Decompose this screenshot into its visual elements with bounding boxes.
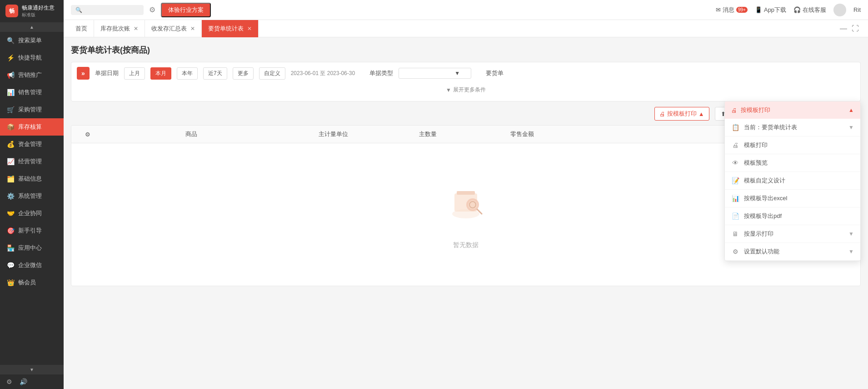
user-avatar[interactable] xyxy=(833,4,846,16)
sidebar-scroll-down[interactable]: ▼ xyxy=(0,365,64,374)
svg-rect-2 xyxy=(457,191,475,195)
expand-btn-label: 展开更多条件 xyxy=(453,86,486,94)
sidebar-item-wechat[interactable]: 💬 企业微信 xyxy=(0,257,64,274)
dropdown-item-template-pdf[interactable]: 📄 按模板导出pdf xyxy=(725,207,860,225)
empty-state-text: 暂无数据 xyxy=(453,241,479,249)
template-preview-icon: 👁 xyxy=(731,159,739,167)
close-inventory-batch-tab[interactable]: ✕ xyxy=(134,25,138,32)
sidebar-item-collab[interactable]: 🤝 企业协同 xyxy=(0,205,64,222)
system-icon: ⚙️ xyxy=(6,192,15,200)
minimize-icon[interactable]: — xyxy=(840,25,847,33)
expand-more-btn[interactable]: ▼ 展开更多条件 xyxy=(440,85,491,95)
tab-home[interactable]: 首页 xyxy=(69,20,94,37)
col-unit: 主计量单位 xyxy=(286,130,380,138)
print-template-button[interactable]: 🖨 按模板打印 ▲ xyxy=(654,107,709,121)
order-type-select[interactable]: ▼ xyxy=(399,68,471,79)
dropdown-chevron-icon[interactable]: ▲ xyxy=(848,107,854,113)
app-download-action[interactable]: 📱 App下载 xyxy=(755,6,786,14)
date-btn-last-month[interactable]: 上月 xyxy=(124,67,145,80)
sidebar-item-inventory[interactable]: 📦 库存核算 xyxy=(0,118,64,136)
order-type-label: 单据类型 xyxy=(369,69,393,77)
username: Rit xyxy=(853,6,861,13)
dropdown-title: 按模板打印 xyxy=(741,106,770,114)
close-receipts-summary-tab[interactable]: ✕ xyxy=(190,25,195,32)
dropdown-item-display-print[interactable]: 🖥 按显示打印 ▼ xyxy=(725,225,860,243)
filter-toggle-button[interactable]: » xyxy=(77,67,90,80)
download-icon: 📱 xyxy=(755,6,762,13)
app-logo: 畅 畅康通好生意 标准版 xyxy=(0,0,64,23)
page-title: 要货单统计表(按商品) xyxy=(71,45,861,56)
operations-icon: 📈 xyxy=(6,157,15,166)
date-range: 2023-06-01 至 2023-06-30 xyxy=(291,70,355,77)
wechat-icon: 💬 xyxy=(6,261,15,269)
template-pdf-icon: 📄 xyxy=(731,212,739,220)
sidebar-item-purchase[interactable]: 🛒 采购管理 xyxy=(0,101,64,118)
search-nav-icon: 🔍 xyxy=(6,36,15,45)
dropdown-arrow-icon: ▼ xyxy=(454,70,460,76)
service-icon: 🎧 xyxy=(793,6,801,13)
sidebar-item-member[interactable]: 👑 畅会员 xyxy=(0,274,64,291)
sidebar-item-search[interactable]: 🔍 搜索菜单 xyxy=(0,32,64,49)
tab-inventory-batch[interactable]: 库存批次账 ✕ xyxy=(94,20,145,37)
sidebar-item-finance[interactable]: 💰 资金管理 xyxy=(0,136,64,153)
page-content: 要货单统计表(按商品) » 单据日期 上月 本月 本年 近7天 更多 自定义 2… xyxy=(64,37,868,389)
dropdown-item-template-preview[interactable]: 👁 模板预览 xyxy=(725,154,860,172)
tab-bar: 首页 库存批次账 ✕ 收发存汇总表 ✕ 要货单统计表 ✕ — ⛶ xyxy=(64,20,868,37)
main-content: 🔍 ⚙ 体验行业方案 ✉ 消息 99+ 📱 App下载 🎧 在线客服 Rit xyxy=(64,0,868,389)
guide-icon: 🎯 xyxy=(6,227,15,235)
chevron-up-icon: ▲ xyxy=(698,111,704,117)
gear-icon[interactable]: ⚙ xyxy=(149,5,155,14)
sidebar-item-appstore[interactable]: 🏪 应用中心 xyxy=(0,239,64,257)
sidebar-settings-icon[interactable]: ⚙ xyxy=(6,378,12,385)
dropdown-current-template[interactable]: 📋 当前：要货单统计表 ▼ xyxy=(725,119,860,136)
template-excel-icon: 📊 xyxy=(731,195,739,202)
date-btn-this-year[interactable]: 本年 xyxy=(177,67,198,80)
dropdown-header-left: 🖨 按模板打印 xyxy=(731,106,770,114)
sidebar-nav: 🔍 搜索菜单 ⚡ 快捷导航 📢 营销推广 📊 销售管理 🛒 采购管理 📦 库存核… xyxy=(0,32,64,365)
date-btn-7days[interactable]: 近7天 xyxy=(203,67,227,80)
dropdown-item-default-function[interactable]: ⚙ 设置默认功能 ▼ xyxy=(725,243,860,261)
message-action[interactable]: ✉ 消息 99+ xyxy=(716,6,748,14)
tab-order-stats[interactable]: 要货单统计表 ✕ xyxy=(202,20,259,37)
purchase-icon: 🛒 xyxy=(6,106,15,114)
sidebar-bottom: ⚙ 🔊 xyxy=(0,374,64,389)
col-settings[interactable]: ⚙ xyxy=(79,131,97,138)
sidebar: 畅 畅康通好生意 标准版 ▲ 🔍 搜索菜单 ⚡ 快捷导航 📢 营销推广 📊 销售… xyxy=(0,0,64,389)
topbar-actions: ✉ 消息 99+ 📱 App下载 🎧 在线客服 Rit xyxy=(716,4,861,16)
filter-bar: » 单据日期 上月 本月 本年 近7天 更多 自定义 2023-06-01 至 … xyxy=(71,62,861,101)
quick-nav-icon: ⚡ xyxy=(6,54,15,62)
sidebar-item-quick-nav[interactable]: ⚡ 快捷导航 xyxy=(0,49,64,66)
basic-icon: 🗂️ xyxy=(6,175,15,183)
dropdown-item-template-design[interactable]: 📝 模板自定义设计 xyxy=(725,172,860,190)
tab-receipts-summary[interactable]: 收发存汇总表 ✕ xyxy=(145,20,202,37)
sidebar-item-sales[interactable]: 📊 销售管理 xyxy=(0,84,64,101)
dropdown-item-template-excel[interactable]: 📊 按模板导出excel xyxy=(725,190,860,207)
trial-button[interactable]: 体验行业方案 xyxy=(161,3,211,17)
topbar-search[interactable]: 🔍 xyxy=(71,5,144,15)
default-function-expand-icon: ▼ xyxy=(848,248,854,255)
empty-state-icon xyxy=(443,180,489,234)
dropdown-item-template-print[interactable]: 🖨 模板打印 xyxy=(725,136,860,154)
dropdown-header: 🖨 按模板打印 ▲ xyxy=(725,101,860,119)
default-function-icon: ⚙ xyxy=(731,248,739,255)
sidebar-item-marketing[interactable]: 📢 营销推广 xyxy=(0,66,64,84)
sidebar-item-system[interactable]: ⚙️ 系统管理 xyxy=(0,187,64,205)
expand-icon[interactable]: ⛶ xyxy=(852,25,859,33)
date-btn-this-month[interactable]: 本月 xyxy=(150,67,171,80)
sidebar-scroll-up[interactable]: ▲ xyxy=(0,23,64,32)
sidebar-sound-icon[interactable]: 🔊 xyxy=(20,378,27,385)
window-controls: — ⛶ xyxy=(836,25,863,33)
sidebar-item-basic[interactable]: 🗂️ 基础信息 xyxy=(0,170,64,187)
topbar: 🔍 ⚙ 体验行业方案 ✉ 消息 99+ 📱 App下载 🎧 在线客服 Rit xyxy=(64,0,868,20)
date-btn-custom[interactable]: 自定义 xyxy=(259,67,285,80)
sidebar-item-guide[interactable]: 🎯 新手引导 xyxy=(0,222,64,239)
sidebar-item-operations[interactable]: 📈 经营管理 xyxy=(0,153,64,170)
expand-row: ▼ 展开更多条件 xyxy=(77,83,855,96)
filter-row-date: » 单据日期 上月 本月 本年 近7天 更多 自定义 2023-06-01 至 … xyxy=(77,67,855,80)
finance-icon: 💰 xyxy=(6,140,15,148)
col-product: 商品 xyxy=(97,130,286,138)
close-order-stats-tab[interactable]: ✕ xyxy=(247,25,252,32)
order-goods-label: 要货单 xyxy=(486,69,504,77)
date-btn-more[interactable]: 更多 xyxy=(233,67,254,80)
online-service-action[interactable]: 🎧 在线客服 xyxy=(793,6,826,14)
